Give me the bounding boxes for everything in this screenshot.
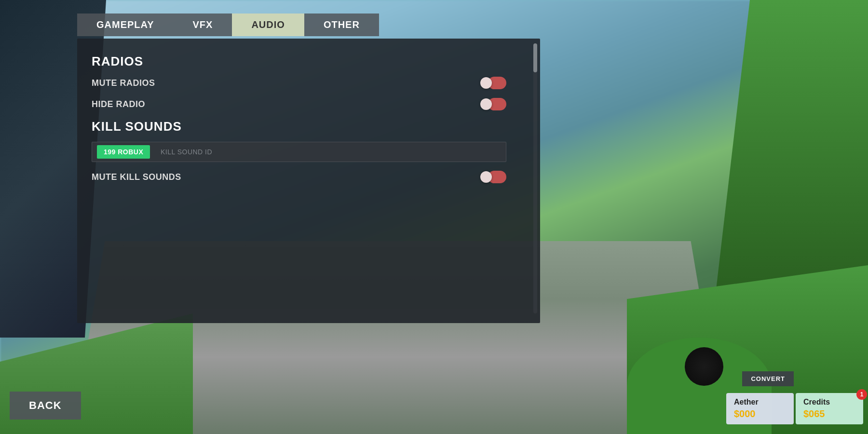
robux-button[interactable]: 199 ROBUX bbox=[97, 145, 150, 159]
mute-kill-sounds-toggle-thumb bbox=[480, 171, 492, 183]
mute-kill-sounds-label: MUTE KILL SOUNDS bbox=[92, 172, 181, 182]
mute-radios-toggle-thumb bbox=[480, 77, 492, 89]
scrollbar[interactable] bbox=[533, 43, 537, 313]
mute-radios-toggle[interactable] bbox=[481, 77, 506, 89]
mute-radios-toggle-wrap bbox=[481, 77, 506, 89]
mute-radios-row: MUTE RADIOS bbox=[92, 77, 526, 89]
aether-card: Aether $000 bbox=[726, 393, 794, 424]
aether-card-value: $000 bbox=[734, 408, 786, 420]
panel-content: RADIOS MUTE RADIOS HIDE RADIO KILL SOU bbox=[77, 39, 540, 323]
convert-button[interactable]: CONVERT bbox=[742, 371, 794, 386]
hide-radio-toggle-thumb bbox=[480, 98, 492, 110]
mute-kill-sounds-toggle-wrap bbox=[481, 171, 506, 183]
credits-card-value: $065 bbox=[803, 408, 855, 420]
kill-sound-id-row: 199 ROBUX KILL SOUND ID bbox=[92, 142, 526, 162]
hide-radio-toggle-wrap bbox=[481, 98, 506, 110]
mute-kill-sounds-toggle[interactable] bbox=[481, 171, 506, 183]
kill-sound-id-input[interactable]: 199 ROBUX KILL SOUND ID bbox=[92, 142, 506, 162]
hide-radio-row: HIDE RADIO bbox=[92, 98, 526, 110]
mute-radios-label: MUTE RADIOS bbox=[92, 78, 155, 88]
hide-radio-toggle[interactable] bbox=[481, 98, 506, 110]
credits-badge: 1 bbox=[856, 389, 867, 400]
scrollbar-thumb[interactable] bbox=[533, 43, 537, 72]
kill-sounds-section-header: KILL SOUNDS bbox=[92, 119, 526, 134]
hud-bottom-right: CONVERT Aether $000 1 Credits $065 bbox=[726, 393, 863, 424]
credits-card-title: Credits bbox=[803, 398, 855, 407]
mute-kill-sounds-row: MUTE KILL SOUNDS bbox=[92, 171, 526, 183]
tab-audio[interactable]: AUDIO bbox=[232, 14, 304, 36]
back-button[interactable]: BACK bbox=[10, 392, 81, 420]
credits-card: 1 Credits $065 bbox=[796, 393, 863, 424]
tab-other[interactable]: OTHER bbox=[304, 14, 379, 36]
hide-radio-label: HIDE RADIO bbox=[92, 99, 145, 109]
settings-panel: RADIOS MUTE RADIOS HIDE RADIO KILL SOU bbox=[77, 39, 540, 323]
tabs-bar: GAMEPLAY VFX AUDIO OTHER bbox=[77, 14, 379, 36]
aether-card-title: Aether bbox=[734, 398, 786, 407]
tab-gameplay[interactable]: GAMEPLAY bbox=[77, 14, 174, 36]
bg-dark-object bbox=[685, 347, 723, 386]
tab-vfx[interactable]: VFX bbox=[174, 14, 232, 36]
radios-section-header: RADIOS bbox=[92, 54, 526, 69]
kill-sound-placeholder: KILL SOUND ID bbox=[161, 148, 212, 156]
